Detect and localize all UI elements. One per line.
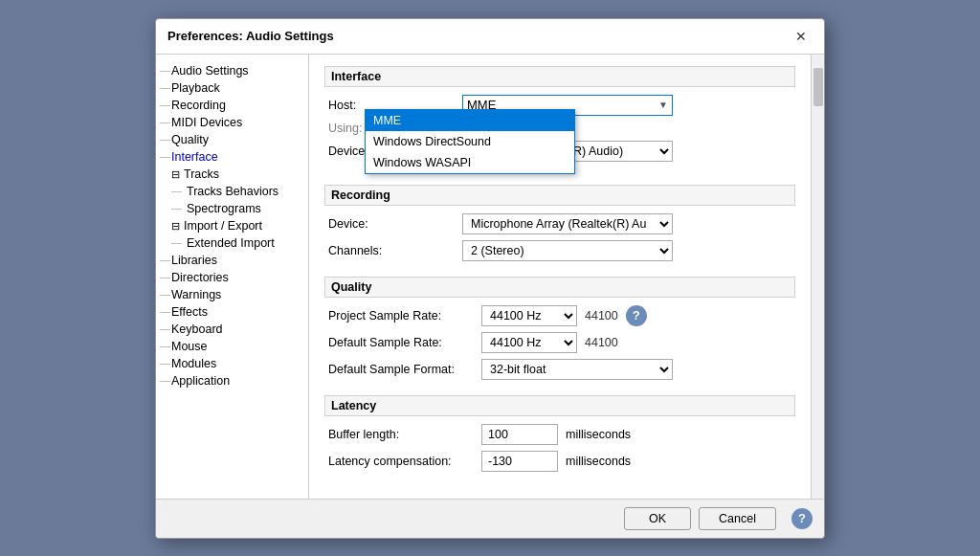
sidebar: Audio Settings Playback Recording MIDI D… — [156, 55, 309, 499]
host-option-wasapi[interactable]: Windows WASAPI — [366, 152, 574, 173]
sidebar-item-recording[interactable]: Recording — [156, 97, 308, 114]
project-rate-help-button[interactable]: ? — [626, 305, 647, 326]
recording-section: Recording Device: Microphone Array (Real… — [324, 185, 795, 261]
rec-device-label: Device: — [328, 217, 462, 231]
sidebar-item-interface[interactable]: Interface — [156, 148, 308, 166]
sidebar-item-extended-import[interactable]: Extended Import — [156, 234, 308, 252]
sidebar-item-import-export[interactable]: ⊟Import / Export — [156, 217, 308, 234]
project-rate-number: 44100 — [585, 309, 618, 322]
sidebar-item-modules[interactable]: Modules — [156, 355, 308, 372]
preferences-dialog: Preferences: Audio Settings ✕ Audio Sett… — [155, 18, 825, 539]
rec-device-select[interactable]: Microphone Array (Realtek(R) Au — [462, 213, 673, 234]
sidebar-item-spectrograms[interactable]: Spectrograms — [156, 200, 308, 217]
compensation-label: Latency compensation: — [328, 455, 481, 468]
default-rate-number: 44100 — [585, 336, 618, 349]
buffer-label: Buffer length: — [328, 428, 481, 441]
project-rate-row: Project Sample Rate: 44100 Hz 44100 ? — [324, 305, 795, 326]
sidebar-item-keyboard[interactable]: Keyboard — [156, 321, 308, 338]
dialog-footer: OK Cancel ? — [156, 499, 824, 538]
default-rate-select[interactable]: 44100 Hz — [481, 332, 577, 353]
host-option-mme[interactable]: MME — [366, 110, 574, 131]
project-rate-label: Project Sample Rate: — [328, 309, 481, 322]
sidebar-item-mouse[interactable]: Mouse — [156, 338, 308, 355]
sidebar-item-libraries[interactable]: Libraries — [156, 252, 308, 269]
dialog-body: Audio Settings Playback Recording MIDI D… — [156, 55, 824, 499]
sidebar-item-playback[interactable]: Playback — [156, 79, 308, 97]
latency-section: Latency Buffer length: milliseconds Late… — [324, 395, 795, 472]
interface-section-title: Interface — [324, 66, 795, 87]
channels-row: Channels: 2 (Stereo) — [324, 240, 795, 261]
sidebar-item-effects[interactable]: Effects — [156, 303, 308, 321]
project-rate-select[interactable]: 44100 Hz — [481, 305, 577, 326]
title-bar: Preferences: Audio Settings ✕ — [156, 19, 824, 55]
scroll-thumb[interactable] — [813, 68, 823, 106]
chevron-down-icon: ▼ — [658, 100, 668, 110]
buffer-row: Buffer length: milliseconds — [324, 424, 795, 445]
cancel-button[interactable]: Cancel — [699, 507, 776, 530]
host-option-directsound[interactable]: Windows DirectSound — [366, 131, 574, 152]
sidebar-item-application[interactable]: Application — [156, 372, 308, 389]
sidebar-item-quality[interactable]: Quality — [156, 131, 308, 148]
footer-help-button[interactable]: ? — [791, 508, 813, 529]
default-rate-label: Default Sample Rate: — [328, 336, 481, 349]
scrollbar[interactable] — [811, 55, 824, 499]
quality-section: Quality Project Sample Rate: 44100 Hz 44… — [324, 277, 795, 380]
sidebar-item-tracks-behaviors[interactable]: Tracks Behaviors — [156, 183, 308, 200]
close-button[interactable]: ✕ — [790, 27, 813, 46]
buffer-input[interactable] — [481, 424, 558, 445]
sidebar-item-audio-settings[interactable]: Audio Settings — [156, 62, 308, 79]
buffer-unit: milliseconds — [566, 428, 631, 441]
ok-button[interactable]: OK — [624, 507, 691, 530]
default-rate-row: Default Sample Rate: 44100 Hz 44100 — [324, 332, 795, 353]
compensation-row: Latency compensation: milliseconds — [324, 451, 795, 472]
format-label: Default Sample Format: — [328, 363, 481, 376]
channels-label: Channels: — [328, 244, 462, 257]
host-dropdown-menu: MME Windows DirectSound Windows WASAPI — [365, 109, 575, 174]
interface-section: Interface Host: MME ▼ MME Windows Direct — [324, 66, 795, 162]
main-content: Interface Host: MME ▼ MME Windows Direct — [309, 55, 811, 499]
sidebar-item-directories[interactable]: Directories — [156, 269, 308, 286]
sidebar-item-midi-devices[interactable]: MIDI Devices — [156, 114, 308, 131]
rec-device-row: Device: Microphone Array (Realtek(R) Au — [324, 213, 795, 234]
compensation-unit: milliseconds — [566, 455, 631, 468]
sidebar-item-tracks[interactable]: ⊟Tracks — [156, 166, 308, 183]
quality-section-title: Quality — [324, 277, 795, 298]
latency-section-title: Latency — [324, 395, 795, 416]
channels-select[interactable]: 2 (Stereo) — [462, 240, 673, 261]
format-select[interactable]: 32-bit float — [481, 359, 673, 380]
sidebar-item-warnings[interactable]: Warnings — [156, 286, 308, 303]
compensation-input[interactable] — [481, 451, 558, 472]
recording-section-title: Recording — [324, 185, 795, 206]
dialog-title: Preferences: Audio Settings — [167, 29, 334, 43]
format-row: Default Sample Format: 32-bit float — [324, 359, 795, 380]
